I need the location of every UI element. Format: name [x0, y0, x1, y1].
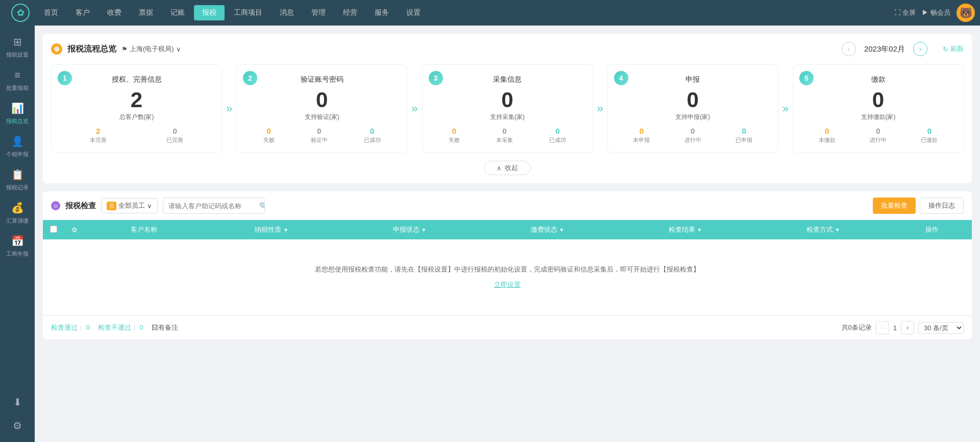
- col-operation-label: 操作: [925, 226, 939, 233]
- location-tag[interactable]: ⚑ 上海(电子税局) ∨: [121, 44, 181, 54]
- step-5-badge: 5: [799, 71, 814, 85]
- next-month-btn[interactable]: ›: [913, 42, 927, 56]
- check-result-filter-icon[interactable]: ▼: [697, 227, 702, 233]
- step-1-stat-0-label: 未完善: [90, 136, 107, 144]
- sidebar-item-personal-tax[interactable]: 👤 个税申报: [2, 130, 33, 162]
- refresh-btn[interactable]: ↻ 刷新: [943, 44, 964, 54]
- step-5-stat-1-label: 进行中: [870, 136, 887, 144]
- check-fail-count[interactable]: 0: [139, 324, 143, 331]
- flow-cards: 1 授权、完善信息 2 总客户数(家) 2 未完善 0 已完善 »: [51, 64, 964, 153]
- collapse-section: ∧ 收起: [51, 161, 964, 175]
- sidebar-item-tax-record[interactable]: 📋 报税记录: [2, 163, 33, 195]
- step-1-stat-1: 0 已完善: [166, 127, 183, 144]
- sidebar-item-annual-report[interactable]: 📅 工商年报: [2, 230, 33, 262]
- step-1-count: 2: [60, 88, 213, 112]
- sidebar-label-personal-tax: 个税申报: [6, 151, 29, 158]
- check-title: 报税检查: [65, 201, 96, 211]
- nav-invoice[interactable]: 票据: [131, 5, 161, 20]
- step-3-stat-1-label: 未采集: [496, 136, 513, 144]
- search-input[interactable]: [163, 200, 259, 212]
- step-4-stats: 0 未申报 0 进行中 0 已申报: [616, 127, 770, 144]
- step-3-stats: 0 失败 0 未采集 0 已成功: [431, 127, 584, 144]
- location-icon: ⚑: [121, 45, 128, 53]
- flow-card-5: 5 缴款 0 支持缴款(家) 0 未缴款 0 进行中 0 已缴款: [793, 64, 964, 153]
- nav-service[interactable]: 服务: [366, 5, 397, 20]
- operation-log-btn[interactable]: 操作日志: [920, 198, 964, 214]
- pay-status-filter-icon[interactable]: ▼: [559, 227, 564, 233]
- refresh-icon: ↻: [943, 45, 948, 53]
- col-declare-status-label: 申报状态: [393, 226, 420, 233]
- flow-card-1: 1 授权、完善信息 2 总客户数(家) 2 未完善 0 已完善: [51, 64, 222, 153]
- check-title-icon: ⊙: [51, 201, 60, 210]
- check-method-filter-icon[interactable]: ▼: [835, 227, 840, 233]
- nav-operation[interactable]: 经营: [335, 5, 365, 20]
- step-4-stat-2: 0 已申报: [736, 127, 752, 144]
- empty-state: 若您想使用报税检查功能，请先在【报税设置】中进行报税的初始化设置，完成密码验证和…: [50, 244, 965, 310]
- nav-client[interactable]: 客户: [67, 5, 98, 20]
- step-4-stat-2-label: 已申报: [736, 136, 752, 144]
- sidebar-label-batch-tax: 批量报税: [6, 84, 29, 92]
- sidebar-item-tax-overview[interactable]: 📊 报税总览: [2, 97, 33, 129]
- sidebar-settings2[interactable]: ⚙: [2, 414, 33, 437]
- sidebar-item-settlement[interactable]: 💰 汇算清缴: [2, 197, 33, 229]
- search-btn[interactable]: 🔍: [259, 198, 265, 213]
- flow-card-3: 3 采集信息 0 支持采集(家) 0 失败 0 未采集 0 已成功: [422, 64, 593, 153]
- prev-page-btn[interactable]: ‹: [876, 321, 889, 334]
- location-text: 上海(电子税局): [130, 44, 174, 54]
- tax-nature-filter-icon[interactable]: ▼: [283, 227, 288, 233]
- step-4-stat-0-label: 未申报: [633, 136, 650, 144]
- nav-home[interactable]: 首页: [36, 5, 66, 20]
- collapse-btn[interactable]: ∧ 收起: [484, 161, 531, 175]
- col-tax-nature-label: 纳税性质: [255, 226, 281, 233]
- prev-month-btn[interactable]: ‹: [842, 42, 856, 56]
- total-records: 共0条记录: [842, 323, 872, 332]
- nav-tax[interactable]: 报税: [194, 5, 225, 20]
- fullscreen-btn[interactable]: ⛶ 全屏: [894, 8, 916, 17]
- batch-check-btn[interactable]: 批量检查: [873, 198, 916, 214]
- step-1-stat-0-value: 2: [96, 127, 100, 135]
- month-label: 2023年02月: [864, 44, 905, 54]
- next-page-btn[interactable]: ›: [901, 321, 914, 334]
- flow-card-4: 4 申报 0 支持申报(家) 0 未申报 0 进行中 0 已申报: [607, 64, 778, 153]
- emp-filter-btn[interactable]: 员 全部员工 ∨: [101, 198, 158, 213]
- arrow-2: »: [407, 64, 422, 153]
- member-btn[interactable]: ▶ 畅会员: [922, 8, 950, 17]
- step-4-unit: 支持申报(家): [616, 113, 770, 121]
- check-fail-label: 检查不通过：: [98, 324, 138, 331]
- setup-link[interactable]: 立即设置: [494, 281, 521, 288]
- sidebar-item-tax-settings[interactable]: ⊞ 报税设置: [2, 31, 33, 63]
- step-3-stat-0: 0 失败: [449, 127, 460, 144]
- check-pass-count[interactable]: 0: [86, 324, 90, 331]
- step-2-stat-0: 0 失败: [263, 127, 275, 144]
- step-2-stat-1: 0 验证中: [311, 127, 328, 144]
- step-2-stat-1-label: 验证中: [311, 136, 328, 144]
- sidebar-download[interactable]: ⬇: [2, 391, 33, 413]
- nav-message[interactable]: 消息: [272, 5, 302, 20]
- step-4-stat-0-value: 0: [640, 127, 644, 135]
- declare-status-filter-icon[interactable]: ▼: [421, 227, 426, 233]
- logo[interactable]: ✿: [5, 4, 36, 22]
- personal-tax-icon: 👤: [10, 134, 24, 149]
- step-2-stat-2: 0 已成功: [364, 127, 381, 144]
- gear-icon[interactable]: ⚙: [71, 226, 78, 234]
- nav-commerce[interactable]: 工商项目: [226, 5, 271, 20]
- tax-check-section: ⊙ 报税检查 员 全部员工 ∨ 🔍 批量检查 操作日志: [43, 191, 972, 339]
- step-5-stats: 0 未缴款 0 进行中 0 已缴款: [801, 127, 955, 144]
- check-pass-stat: 检查通过： 0: [51, 323, 90, 332]
- col-gear: ⚙: [64, 220, 85, 239]
- step-1-name: 授权、完善信息: [60, 75, 213, 84]
- nav-management[interactable]: 管理: [303, 5, 334, 20]
- nav-bookkeeping[interactable]: 记账: [162, 5, 193, 20]
- nav-settings[interactable]: 设置: [398, 5, 429, 20]
- select-all-checkbox[interactable]: [50, 226, 57, 233]
- current-page: 1: [893, 324, 897, 332]
- sidebar-label-settlement: 汇算清缴: [6, 217, 29, 225]
- nav-fee[interactable]: 收费: [99, 5, 130, 20]
- page-size-select[interactable]: 30 条/页 50 条/页 100 条/页: [918, 322, 964, 334]
- tax-settings-icon: ⊞: [10, 35, 24, 49]
- step-5-stat-0-value: 0: [825, 127, 829, 135]
- sidebar-item-batch-tax[interactable]: ≡ 批量报税: [2, 64, 33, 96]
- step-5-stat-0-label: 未缴款: [819, 136, 836, 144]
- top-nav: ✿ 首页 客户 收费 票据 记账 报税 工商项目 消息 管理 经营 服务 设置 …: [0, 0, 980, 26]
- step-3-stat-2-label: 已成功: [549, 136, 566, 144]
